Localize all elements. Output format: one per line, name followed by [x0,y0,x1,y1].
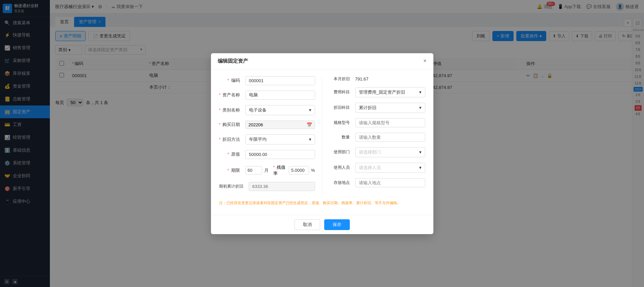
form-row-code: * 编码 [219,76,315,85]
cancel-button[interactable]: 取消 [295,219,320,230]
form-left-col: * 编码 * 资产名称 [219,76,322,196]
modal-body: * 编码 * 资产名称 [211,69,433,215]
initial-depreciation-input[interactable] [249,182,315,191]
asset-name-input[interactable] [245,91,315,100]
form-row-quantity: 数量 [329,133,425,142]
dropdown-chevron: ▾ [309,107,311,113]
form-row-category: * 类别名称 电子设备 ▾ [219,105,315,115]
depreciation-method-select[interactable]: 年限平均 ▾ [245,134,315,145]
save-button[interactable]: 保存 [324,219,350,230]
form-row-spec: 规格型号 [329,118,425,127]
department-select[interactable]: 请选择部门 ▾ [355,147,425,157]
dropdown-chevron: ▾ [309,137,311,142]
modal-close-btn[interactable]: × [423,58,426,64]
period-inline: 月 * 残值率 % [245,164,315,177]
form-row-depreciation-method: * 折旧方法 年限平均 ▾ [219,134,315,145]
edit-asset-modal: 编辑固定资产 × * 编码 [211,53,433,234]
calendar-icon: 📅 [307,122,312,127]
location-input[interactable] [355,178,425,187]
form-row-initial-depreciation: 期初累计折旧 [219,182,315,191]
spec-input[interactable] [355,118,425,127]
dropdown-chevron: ▾ [419,105,422,110]
form-row-period: * 期限 月 * 残值率 % [219,164,315,177]
form-row-expense-account: 费用科目 管理费用_固定资产折旧 ▾ [329,87,425,97]
monthly-depreciation-value: 791.67 [355,76,425,82]
dropdown-chevron: ▾ [419,165,422,170]
form-row-purchase-date: * 购买日期 202206 📅 [219,121,315,129]
modal-title: 编辑固定资产 [218,58,248,64]
form-row-asset-name: * 资产名称 [219,91,315,100]
form-row-depreciation-account: 折旧科目 累计折旧 ▾ [329,103,425,113]
form-right-col: 本月折旧 791.67 费用科目 管理费用_固定资产折旧 ▾ [322,76,425,196]
user-select[interactable]: 请选择人员 ▾ [355,163,425,173]
form-grid: * 编码 * 资产名称 [219,76,425,196]
form-row-location: 存放地点 [329,178,425,187]
residual-rate-input[interactable] [289,166,309,174]
form-row-original-value: * 原值 [219,150,315,159]
expense-account-select[interactable]: 管理费用_固定资产折旧 ▾ [355,87,425,97]
depreciation-account-select[interactable]: 累计折旧 ▾ [355,103,425,113]
form-row-monthly-depreciation: 本月折旧 791.67 [329,76,425,82]
period-input[interactable] [245,166,262,174]
category-select[interactable]: 电子设备 ▾ [245,105,315,115]
modal-overlay: 编辑固定资产 × * 编码 [0,0,644,287]
code-input[interactable] [245,76,315,85]
form-note: 注：已经存在变更记录或者对应固定资产已经生成凭证，原值、购买日期、残值率、累计折… [219,198,425,208]
original-value-input[interactable] [245,150,315,159]
quantity-input[interactable] [355,133,425,142]
dropdown-chevron: ▾ [419,90,422,95]
modal-header: 编辑固定资产 × [211,53,433,69]
form-row-department: 使用部门 请选择部门 ▾ [329,147,425,157]
form-row-user: 使用人员 请选择人员 ▾ [329,163,425,173]
purchase-date-field[interactable]: 202206 📅 [245,121,315,129]
dropdown-chevron: ▾ [419,150,422,155]
modal-footer: 取消 保存 [211,215,433,234]
